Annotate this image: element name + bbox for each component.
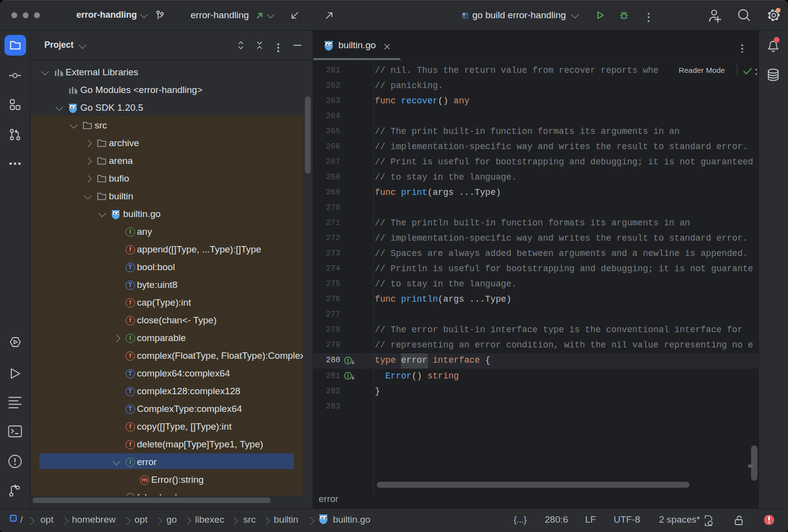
svg-text:I: I (347, 373, 349, 379)
svg-text:I: I (347, 358, 349, 364)
